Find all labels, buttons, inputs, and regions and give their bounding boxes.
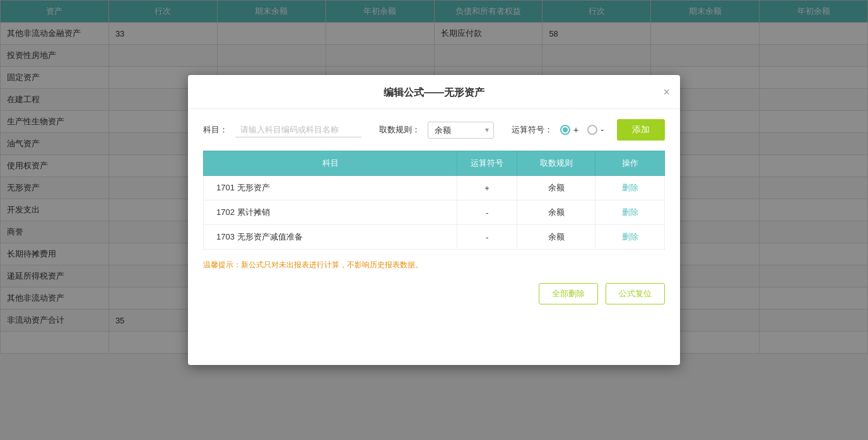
cell-rule: 余额 bbox=[517, 176, 595, 200]
th-operator: 运算符号 bbox=[457, 151, 517, 176]
th-subject: 科目 bbox=[204, 151, 457, 176]
modal-dialog: 编辑公式——无形资产 × 科目： 取数规则： 余额 借方发生额 贷方发生额 运算… bbox=[188, 75, 680, 365]
operator-plus-radio[interactable]: + bbox=[560, 125, 578, 135]
subject-label: 科目： bbox=[203, 124, 228, 136]
form-row: 科目： 取数规则： 余额 借方发生额 贷方发生额 运算符号： + - bbox=[188, 109, 680, 151]
operator-plus-label: + bbox=[573, 125, 578, 135]
operator-label: 运算符号： bbox=[512, 124, 553, 136]
subject-input[interactable] bbox=[235, 122, 361, 137]
delete-link[interactable]: 删除 bbox=[622, 183, 638, 192]
formula-table: 科目 运算符号 取数规则 操作 1701 无形资产+余额删除1702 累计摊销-… bbox=[203, 151, 665, 250]
table-row: 1703 无形资产减值准备-余额删除 bbox=[204, 225, 665, 250]
th-rule: 取数规则 bbox=[517, 151, 595, 176]
cell-subject: 1702 累计摊销 bbox=[204, 200, 457, 225]
add-button[interactable]: 添加 bbox=[617, 119, 665, 141]
modal-close-button[interactable]: × bbox=[663, 86, 670, 98]
rule-select[interactable]: 余额 借方发生额 贷方发生额 bbox=[428, 122, 494, 139]
rule-select-wrap: 余额 借方发生额 贷方发生额 bbox=[428, 122, 494, 139]
operator-minus-label: - bbox=[601, 125, 604, 135]
delete-link[interactable]: 删除 bbox=[622, 232, 638, 241]
operator-radio-group: + - bbox=[560, 125, 604, 135]
table-row: 1701 无形资产+余额删除 bbox=[204, 176, 665, 200]
operator-minus-radio[interactable]: - bbox=[587, 125, 604, 135]
delete-all-button[interactable]: 全部删除 bbox=[539, 283, 598, 304]
rule-label: 取数规则： bbox=[379, 124, 420, 136]
modal-footer: 全部删除 公式复位 bbox=[188, 275, 680, 307]
radio-minus-circle bbox=[587, 125, 597, 135]
table-row: 1702 累计摊销-余额删除 bbox=[204, 200, 665, 225]
warning-text: 温馨提示：新公式只对未出报表进行计算，不影响历史报表数据。 bbox=[188, 250, 680, 275]
cell-rule: 余额 bbox=[517, 225, 595, 250]
cell-subject: 1703 无形资产减值准备 bbox=[204, 225, 457, 250]
cell-subject: 1701 无形资产 bbox=[204, 176, 457, 200]
modal-header: 编辑公式——无形资产 × bbox=[188, 75, 680, 109]
th-action: 操作 bbox=[595, 151, 665, 176]
cell-rule: 余额 bbox=[517, 200, 595, 225]
delete-link[interactable]: 删除 bbox=[622, 207, 638, 217]
modal-title: 编辑公式——无形资产 bbox=[384, 87, 484, 98]
cell-action: 删除 bbox=[595, 225, 665, 250]
modal-overlay: 编辑公式——无形资产 × 科目： 取数规则： 余额 借方发生额 贷方发生额 运算… bbox=[0, 0, 868, 440]
cell-action: 删除 bbox=[595, 176, 665, 200]
cell-action: 删除 bbox=[595, 200, 665, 225]
radio-plus-circle bbox=[560, 125, 570, 135]
cell-operator: - bbox=[457, 225, 517, 250]
cell-operator: - bbox=[457, 200, 517, 225]
cell-operator: + bbox=[457, 176, 517, 200]
formula-reset-button[interactable]: 公式复位 bbox=[606, 283, 665, 304]
